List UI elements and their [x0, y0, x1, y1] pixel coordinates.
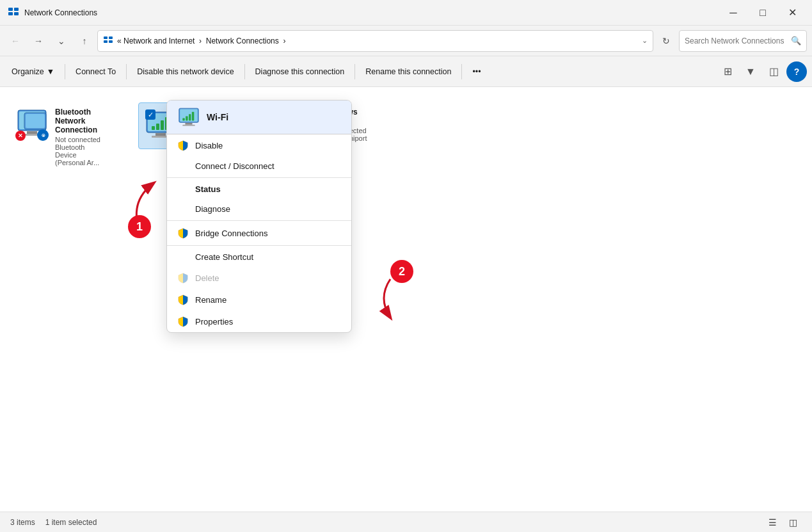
view-chevron-button[interactable]: ▼: [740, 61, 761, 82]
network-item-bluetooth[interactable]: ✕ ⍟ Bluetooth Network Connection Not con…: [10, 102, 113, 501]
close-button[interactable]: ✕: [777, 3, 807, 23]
organize-button[interactable]: Organize ▼: [5, 63, 61, 80]
svg-rect-35: [189, 114, 191, 120]
context-separator-1: [167, 177, 351, 178]
context-item-disable[interactable]: Disable: [167, 134, 351, 156]
context-item-shortcut[interactable]: Create Shortcut: [167, 247, 351, 267]
context-menu: Wi-Fi Disable Connect / Disconnect Statu…: [166, 100, 352, 333]
path-text: « Network and Internet › Network Connect…: [117, 36, 285, 45]
svg-rect-33: [182, 118, 184, 120]
status-bar: 3 items 1 item selected ☰ ◫: [0, 512, 812, 532]
large-icon-view-button[interactable]: ◫: [784, 515, 802, 529]
forward-button[interactable]: →: [28, 31, 49, 51]
change-view-button[interactable]: ⊞: [717, 61, 738, 82]
list-view-button[interactable]: ☰: [763, 515, 781, 529]
svg-rect-10: [27, 131, 37, 134]
context-bridge-label: Bridge Connections: [195, 229, 267, 238]
context-status-label: Status: [195, 184, 221, 194]
minimize-button[interactable]: ─: [719, 3, 748, 23]
selected-count: 1 item selected: [45, 518, 97, 527]
svg-rect-32: [182, 125, 195, 126]
status-left: 3 items 1 item selected: [10, 518, 97, 527]
refresh-button[interactable]: ↻: [656, 31, 676, 51]
context-item-rename[interactable]: Rename: [167, 289, 351, 310]
toolbar-separator-2: [126, 64, 127, 79]
search-input[interactable]: [685, 36, 787, 45]
shield-icon-rename: [177, 294, 189, 305]
title-controls: ─ □ ✕: [719, 3, 807, 23]
help-button[interactable]: ?: [786, 61, 807, 82]
svg-rect-2: [8, 12, 13, 15]
context-item-properties[interactable]: Properties: [167, 310, 351, 332]
up-button[interactable]: ↑: [74, 31, 95, 51]
bluetooth-type: Bluetooth Device (Personal Ar...: [55, 143, 107, 166]
diagnose-button[interactable]: Diagnose this connection: [249, 63, 351, 80]
shield-icon-disable: [177, 140, 189, 151]
item-count: 3 items: [10, 518, 35, 527]
content-area: ✕ ⍟ Bluetooth Network Connection Not con…: [0, 87, 812, 512]
shield-icon-bridge: [177, 227, 189, 239]
svg-rect-1: [14, 8, 19, 11]
recent-locations-button[interactable]: ⌄: [51, 31, 72, 51]
wifi-check-icon: ✓: [145, 109, 155, 120]
context-separator-3: [167, 245, 351, 246]
context-diagnose-label: Diagnose: [195, 204, 230, 214]
step-2-bubble: 2: [390, 260, 413, 283]
more-button[interactable]: •••: [466, 63, 487, 80]
svg-rect-36: [192, 112, 194, 121]
context-item-bridge[interactable]: Bridge Connections: [167, 222, 351, 244]
context-item-diagnose[interactable]: Diagnose: [167, 199, 351, 219]
toolbar-separator-1: [65, 64, 65, 79]
bluetooth-info: Bluetooth Network Connection Not connect…: [55, 108, 107, 166]
svg-rect-3: [14, 12, 19, 15]
toolbar-separator-3: [244, 64, 245, 79]
toolbar: Organize ▼ Connect To Disable this netwo…: [0, 56, 812, 87]
maximize-button[interactable]: □: [748, 3, 777, 23]
context-menu-header: Wi-Fi: [167, 101, 351, 134]
preview-pane-button[interactable]: ◫: [763, 61, 784, 82]
context-separator-2: [167, 220, 351, 221]
context-properties-label: Properties: [195, 317, 233, 326]
shield-icon-properties: [177, 316, 189, 327]
bluetooth-status: Not connected: [55, 136, 107, 143]
organize-chevron-icon: ▼: [47, 67, 54, 76]
svg-rect-6: [104, 40, 107, 43]
context-wifi-icon: [177, 106, 200, 129]
svg-rect-31: [185, 123, 192, 125]
svg-rect-20: [161, 120, 164, 130]
connect-to-button[interactable]: Connect To: [69, 63, 122, 80]
window-title: Network Connections: [24, 8, 97, 17]
rename-button[interactable]: Rename this connection: [359, 63, 458, 80]
status-right: ☰ ◫: [763, 515, 802, 529]
address-bar: ← → ⌄ ↑ « Network and Internet › Network…: [0, 26, 812, 56]
context-wifi-monitor-icon: [177, 106, 200, 129]
bluetooth-name: Bluetooth Network Connection: [55, 108, 107, 134]
shield-icon-delete: [177, 272, 189, 284]
context-menu-title: Wi-Fi: [207, 112, 228, 122]
search-icon: 🔍: [791, 36, 801, 45]
context-disable-label: Disable: [195, 141, 223, 150]
svg-rect-7: [109, 40, 113, 43]
address-path[interactable]: « Network and Internet › Network Connect…: [97, 30, 653, 52]
svg-rect-4: [104, 36, 107, 39]
context-delete-label: Delete: [195, 273, 219, 283]
path-icon: [103, 36, 113, 46]
back-button[interactable]: ←: [5, 31, 26, 51]
disable-device-button[interactable]: Disable this network device: [131, 63, 240, 80]
step-1-bubble: 1: [128, 215, 151, 238]
toolbar-right: ⊞ ▼ ◫ ?: [717, 61, 807, 82]
context-item-status[interactable]: Status: [167, 179, 351, 199]
svg-rect-19: [156, 124, 159, 130]
app-icon: [8, 7, 19, 19]
bluetooth-icon-wrap: ✕ ⍟: [15, 108, 49, 141]
bluetooth-badge-icon: ⍟: [37, 129, 49, 141]
context-item-connect[interactable]: Connect / Disconnect: [167, 156, 351, 176]
title-bar-left: Network Connections: [8, 7, 97, 19]
svg-rect-0: [8, 8, 13, 11]
svg-rect-16: [155, 133, 166, 136]
search-box[interactable]: 🔍: [679, 30, 807, 52]
x-badge-icon: ✕: [15, 131, 26, 141]
svg-rect-18: [152, 126, 155, 130]
svg-rect-13: [26, 114, 45, 128]
bluetooth-item-inner[interactable]: ✕ ⍟ Bluetooth Network Connection Not con…: [10, 102, 113, 172]
